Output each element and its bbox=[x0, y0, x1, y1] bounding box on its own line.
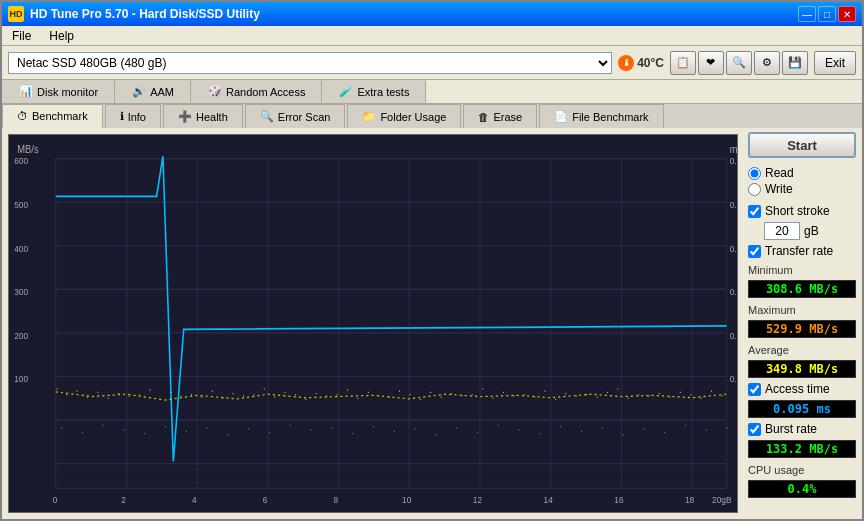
menu-bar: File Help bbox=[2, 26, 862, 46]
svg-text:12: 12 bbox=[473, 494, 482, 505]
svg-rect-125 bbox=[352, 433, 353, 434]
svg-rect-131 bbox=[477, 432, 478, 433]
short-stroke-input[interactable] bbox=[764, 222, 800, 240]
nav-tab-disk-monitor[interactable]: 📊 Disk monitor bbox=[2, 80, 115, 103]
svg-rect-127 bbox=[394, 431, 395, 432]
minimize-button[interactable]: — bbox=[798, 6, 816, 22]
health-button[interactable]: ❤ bbox=[698, 51, 724, 75]
transfer-rate-label: Transfer rate bbox=[765, 244, 833, 258]
tab-benchmark[interactable]: ⏱ Benchmark bbox=[2, 104, 103, 128]
start-button[interactable]: Start bbox=[748, 132, 856, 158]
short-stroke-checkbox-label[interactable]: Short stroke bbox=[748, 204, 856, 218]
write-radio[interactable] bbox=[748, 183, 761, 196]
info-button[interactable]: 📋 bbox=[670, 51, 696, 75]
info-label: Info bbox=[128, 111, 146, 123]
tab-folder-usage[interactable]: 📁 Folder Usage bbox=[347, 104, 461, 128]
svg-rect-94 bbox=[555, 399, 556, 400]
svg-rect-50 bbox=[97, 392, 98, 393]
svg-rect-78 bbox=[389, 397, 390, 398]
svg-text:6: 6 bbox=[263, 494, 268, 505]
svg-rect-111 bbox=[61, 427, 62, 428]
svg-rect-75 bbox=[357, 398, 358, 399]
svg-rect-82 bbox=[430, 392, 431, 393]
svg-text:0.20: 0.20 bbox=[730, 330, 737, 341]
svg-rect-46 bbox=[57, 388, 58, 389]
erase-icon: 🗑 bbox=[478, 111, 489, 123]
title-bar: HD HD Tune Pro 5.70 - Hard Disk/SSD Util… bbox=[2, 2, 862, 26]
info-icon: ℹ bbox=[120, 110, 124, 123]
disk-selector[interactable]: Netac SSD 480GB (480 gB) bbox=[8, 52, 612, 74]
toolbar-buttons: 📋 ❤ 🔍 ⚙ 💾 bbox=[670, 51, 808, 75]
svg-rect-114 bbox=[123, 430, 124, 431]
settings-button[interactable]: ⚙ bbox=[754, 51, 780, 75]
tab-file-benchmark[interactable]: 📄 File Benchmark bbox=[539, 104, 663, 128]
svg-rect-51 bbox=[108, 398, 109, 399]
svg-rect-86 bbox=[472, 394, 473, 395]
svg-rect-112 bbox=[82, 432, 83, 433]
burst-rate-checkbox[interactable] bbox=[748, 423, 761, 436]
svg-rect-70 bbox=[305, 399, 306, 400]
access-time-checkbox[interactable] bbox=[748, 383, 761, 396]
svg-rect-71 bbox=[316, 393, 317, 394]
write-radio-label[interactable]: Write bbox=[748, 182, 856, 196]
svg-rect-84 bbox=[451, 393, 452, 394]
svg-rect-74 bbox=[347, 389, 348, 390]
nav-tab-random-access[interactable]: 🎲 Random Access bbox=[191, 80, 322, 103]
tab-erase[interactable]: 🗑 Erase bbox=[463, 104, 537, 128]
random-access-label: Random Access bbox=[226, 86, 305, 98]
svg-rect-98 bbox=[597, 397, 598, 398]
svg-rect-81 bbox=[420, 399, 421, 400]
save-button[interactable]: 💾 bbox=[782, 51, 808, 75]
svg-rect-47 bbox=[66, 394, 67, 395]
read-radio[interactable] bbox=[748, 167, 761, 180]
short-stroke-checkbox[interactable] bbox=[748, 205, 761, 218]
svg-rect-53 bbox=[129, 395, 130, 396]
read-radio-label[interactable]: Read bbox=[748, 166, 856, 180]
transfer-rate-checkbox-label[interactable]: Transfer rate bbox=[748, 244, 856, 258]
svg-text:10: 10 bbox=[402, 494, 411, 505]
tab-health[interactable]: ➕ Health bbox=[163, 104, 243, 128]
transfer-rate-checkbox[interactable] bbox=[748, 245, 761, 258]
minimum-label: Minimum bbox=[748, 264, 856, 276]
random-access-icon: 🎲 bbox=[208, 85, 222, 98]
tab-info[interactable]: ℹ Info bbox=[105, 104, 161, 128]
svg-rect-133 bbox=[519, 430, 520, 431]
close-button[interactable]: ✕ bbox=[838, 6, 856, 22]
svg-rect-62 bbox=[222, 398, 223, 399]
svg-rect-0 bbox=[9, 135, 737, 512]
toolbar: Netac SSD 480GB (480 gB) 🌡 40°C 📋 ❤ 🔍 ⚙ … bbox=[2, 46, 862, 80]
menu-help[interactable]: Help bbox=[45, 28, 78, 44]
svg-text:0.50: 0.50 bbox=[730, 200, 737, 211]
svg-rect-128 bbox=[415, 428, 416, 429]
svg-rect-99 bbox=[607, 392, 608, 393]
svg-rect-73 bbox=[337, 394, 338, 395]
file-benchmark-icon: 📄 bbox=[554, 110, 568, 123]
svg-rect-49 bbox=[87, 397, 88, 398]
health-icon: ➕ bbox=[178, 110, 192, 123]
exit-button[interactable]: Exit bbox=[814, 51, 856, 75]
svg-rect-48 bbox=[77, 391, 78, 392]
svg-rect-79 bbox=[399, 391, 400, 392]
scan-button[interactable]: 🔍 bbox=[726, 51, 752, 75]
svg-rect-108 bbox=[701, 398, 702, 399]
svg-rect-92 bbox=[534, 397, 535, 398]
nav-tab-extra-tests[interactable]: 🧪 Extra tests bbox=[322, 80, 426, 103]
access-time-checkbox-label[interactable]: Access time bbox=[748, 382, 856, 396]
svg-rect-104 bbox=[659, 393, 660, 394]
svg-rect-122 bbox=[290, 425, 291, 426]
nav-tab-aam[interactable]: 🔊 AAM bbox=[115, 80, 191, 103]
svg-rect-58 bbox=[181, 395, 182, 396]
temperature-icon: 🌡 bbox=[618, 55, 634, 71]
benchmark-label: Benchmark bbox=[32, 110, 88, 122]
menu-file[interactable]: File bbox=[8, 28, 35, 44]
svg-rect-129 bbox=[435, 434, 436, 435]
cpu-usage-value: 0.4% bbox=[748, 480, 856, 498]
svg-rect-56 bbox=[160, 399, 161, 400]
svg-rect-91 bbox=[524, 394, 525, 395]
maximize-button[interactable]: □ bbox=[818, 6, 836, 22]
burst-rate-checkbox-label[interactable]: Burst rate bbox=[748, 422, 856, 436]
access-time-value: 0.095 ms bbox=[748, 400, 856, 418]
folder-icon: 📁 bbox=[362, 110, 376, 123]
svg-text:14: 14 bbox=[544, 494, 553, 505]
tab-error-scan[interactable]: 🔍 Error Scan bbox=[245, 104, 346, 128]
